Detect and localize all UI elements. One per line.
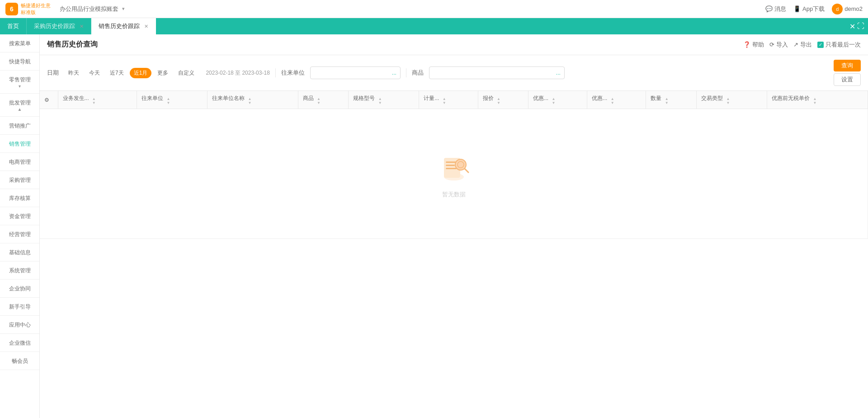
date-btn-custom[interactable]: 自定义: [174, 68, 198, 78]
message-icon: 💬: [765, 5, 773, 12]
sidebar-item-wholesale[interactable]: 批发管理 ▲: [0, 94, 39, 117]
sidebar-item-ecommerce[interactable]: 电商管理: [0, 153, 39, 171]
only-last-checkbox-area[interactable]: 只看最后一次: [817, 41, 861, 49]
sidebar-item-purchase[interactable]: 采购管理: [0, 171, 39, 189]
help-icon: ❓: [743, 41, 750, 48]
filter-row: 日期 昨天 今天 近7天 近1月 更多 自定义 2023-02-18 至 202…: [47, 60, 861, 86]
tab-sales-label: 销售历史价跟踪: [99, 22, 140, 30]
empty-state: 暂无数据: [44, 113, 863, 235]
partner-filter-label: 往来单位: [281, 69, 305, 77]
th-settings: ⚙: [40, 91, 58, 109]
tab-controls: ✕ ⛶: [846, 22, 868, 31]
th-biz-date[interactable]: 业务发生... ▲▼: [58, 91, 137, 109]
sidebar-item-retail[interactable]: 零售管理 ▾: [0, 71, 39, 94]
data-table: ⚙ 业务发生... ▲▼ 往来单位 ▲▼ 往来单位名称 ▲▼ 商品 ▲▼: [40, 91, 868, 239]
th-spec[interactable]: 规格型号 ▲▼: [349, 91, 419, 109]
page-header: 销售历史价查询 ❓ 帮助 ⟳ 导入 ↗ 导出 只看最后一次: [40, 34, 868, 55]
content-area: 销售历史价查询 ❓ 帮助 ⟳ 导入 ↗ 导出 只看最后一次: [40, 34, 868, 418]
table-header: ⚙ 业务发生... ▲▼ 往来单位 ▲▼ 往来单位名称 ▲▼ 商品 ▲▼: [40, 91, 868, 109]
export-icon: ↗: [793, 41, 798, 48]
export-btn[interactable]: ↗ 导出: [793, 41, 812, 49]
th-partner-name[interactable]: 往来单位名称 ▲▼: [208, 91, 298, 109]
empty-text: 暂无数据: [442, 190, 466, 199]
sidebar-item-app-center[interactable]: 应用中心: [0, 316, 39, 334]
partner-filter-input[interactable]: ...: [310, 66, 401, 79]
sidebar-item-basic-info[interactable]: 基础信息: [0, 243, 39, 261]
goods-filter-dots: ...: [556, 70, 561, 76]
date-filter-label: 日期: [47, 69, 59, 77]
th-discount2[interactable]: 优惠... ▲▼: [587, 91, 646, 109]
logo-area: 6 畅捷通好生意 标准版: [5, 2, 51, 15]
table-area: ⚙ 业务发生... ▲▼ 往来单位 ▲▼ 往来单位名称 ▲▼ 商品 ▲▼: [40, 91, 868, 418]
th-discount1[interactable]: 优惠... ▲▼: [528, 91, 587, 109]
goods-filter-label: 商品: [412, 69, 424, 77]
message-btn[interactable]: 💬 消息: [765, 5, 786, 13]
tab-sales-history[interactable]: 销售历史价跟踪 ✕: [91, 18, 156, 34]
th-qty[interactable]: 数量 ▲▼: [646, 91, 697, 109]
sidebar-item-inventory[interactable]: 库存核算: [0, 189, 39, 207]
th-tax-free-price[interactable]: 优惠前无税单价 ▲▼: [767, 91, 868, 109]
main-layout: 搜索菜单 快捷导航 零售管理 ▾ 批发管理 ▲ 营销推广 销售管理 电商管理 采…: [0, 34, 868, 418]
sidebar-item-enterprise-collab[interactable]: 企业协同: [0, 280, 39, 298]
avatar: d: [832, 4, 843, 14]
date-btn-yesterday[interactable]: 昨天: [64, 68, 83, 78]
sidebar-item-quick-nav[interactable]: 快捷导航: [0, 52, 39, 71]
sidebar-item-operations[interactable]: 经营管理: [0, 225, 39, 243]
filter-area: 日期 昨天 今天 近7天 近1月 更多 自定义 2023-02-18 至 202…: [40, 55, 868, 91]
wholesale-arrow-icon: ▲: [2, 107, 38, 112]
sidebar-item-enterprise-wechat[interactable]: 企业微信: [0, 334, 39, 352]
date-btn-more[interactable]: 更多: [153, 68, 172, 78]
import-icon: ⟳: [769, 41, 774, 48]
tab-home-label: 首页: [7, 22, 19, 30]
sidebar-item-system[interactable]: 系统管理: [0, 261, 39, 280]
sidebar-item-member[interactable]: 畅会员: [0, 352, 39, 370]
import-btn[interactable]: ⟳ 导入: [769, 41, 788, 49]
svg-rect-3: [446, 165, 455, 166]
logo-text: 畅捷通好生意 标准版: [21, 2, 51, 15]
goods-filter-input[interactable]: ...: [429, 66, 565, 79]
help-btn[interactable]: ❓ 帮助: [743, 41, 764, 49]
logo-icon: 6: [5, 3, 18, 15]
th-unit[interactable]: 计量... ▲▼: [419, 91, 478, 109]
maximize-tab-control[interactable]: ⛶: [857, 22, 864, 30]
tab-purchase-label: 采购历史价跟踪: [34, 22, 75, 30]
topbar-left: 6 畅捷通好生意 标准版 办公用品行业模拟账套 ▾: [5, 2, 125, 15]
query-button[interactable]: 查询: [834, 60, 861, 71]
app-download-btn[interactable]: 📱 App下载: [793, 5, 825, 13]
sidebar-item-sales-mgmt[interactable]: 销售管理: [0, 135, 39, 153]
tab-purchase-history[interactable]: 采购历史价跟踪 ✕: [27, 18, 91, 34]
filter-divider-1: [275, 68, 276, 77]
table-body: 暂无数据: [40, 109, 868, 239]
date-filter-btns: 昨天 今天 近7天 近1月 更多 自定义: [64, 68, 198, 78]
sidebar-item-finance[interactable]: 资金管理: [0, 207, 39, 225]
user-menu[interactable]: d demo2: [832, 4, 863, 14]
app-title: 办公用品行业模拟账套: [60, 5, 118, 13]
settings-icon[interactable]: ⚙: [44, 97, 49, 103]
svg-line-6: [465, 169, 468, 172]
app-title-dropdown[interactable]: ▾: [122, 6, 125, 12]
sidebar-item-marketing[interactable]: 营销推广: [0, 117, 39, 135]
tabbar: 首页 采购历史价跟踪 ✕ 销售历史价跟踪 ✕ ✕ ⛶: [0, 18, 868, 34]
download-icon: 📱: [793, 5, 801, 12]
th-goods[interactable]: 商品 ▲▼: [298, 91, 349, 109]
close-tab-control[interactable]: ✕: [849, 22, 855, 31]
topbar-right: 💬 消息 📱 App下载 d demo2: [765, 4, 863, 14]
close-sales-tab-icon[interactable]: ✕: [144, 24, 148, 29]
close-purchase-tab-icon[interactable]: ✕: [80, 24, 84, 29]
sidebar-item-new-guide[interactable]: 新手引导: [0, 298, 39, 316]
page-actions: ❓ 帮助 ⟳ 导入 ↗ 导出 只看最后一次: [743, 41, 861, 49]
tab-home[interactable]: 首页: [0, 18, 27, 34]
sidebar-item-search-menu[interactable]: 搜索菜单: [0, 34, 39, 52]
date-btn-today[interactable]: 今天: [85, 68, 104, 78]
only-last-checkbox[interactable]: [817, 42, 824, 48]
th-trade-type[interactable]: 交易类型 ▲▼: [697, 91, 767, 109]
date-btn-1month[interactable]: 近1月: [130, 68, 152, 78]
date-btn-7days[interactable]: 近7天: [106, 68, 128, 78]
th-quote[interactable]: 报价 ▲▼: [478, 91, 528, 109]
retail-arrow-icon: ▾: [2, 84, 38, 89]
empty-state-cell: 暂无数据: [40, 109, 868, 239]
th-partner-code[interactable]: 往来单位 ▲▼: [137, 91, 208, 109]
settings-button[interactable]: 设置: [834, 73, 861, 86]
topbar: 6 畅捷通好生意 标准版 办公用品行业模拟账套 ▾ 💬 消息 📱 App下载 d…: [0, 0, 868, 18]
filter-divider-2: [406, 68, 406, 77]
